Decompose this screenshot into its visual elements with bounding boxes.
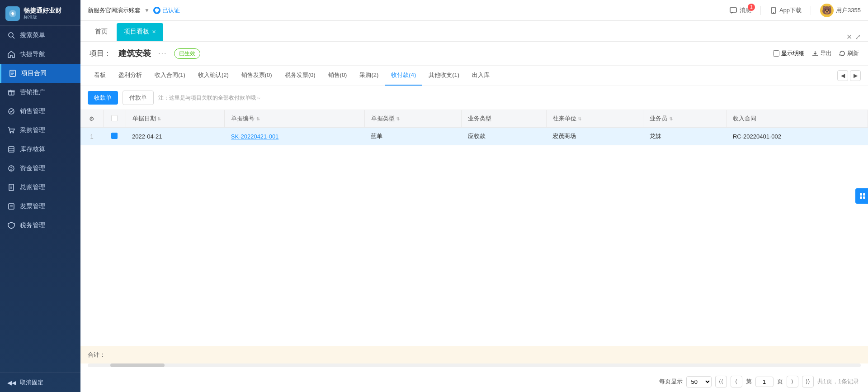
unpin-label: 取消固定 — [20, 378, 43, 387]
subtab-sales[interactable]: 销售(0) — [322, 66, 354, 86]
side-panel-tab[interactable] — [855, 188, 868, 204]
sidebar-item-inventory[interactable]: 库存核算 — [0, 140, 80, 159]
sort-date-icon[interactable]: ⇅ — [157, 116, 161, 121]
tab-project-board[interactable]: 项目看板 ✕ — [117, 23, 163, 41]
next-page-button[interactable]: ⟩ — [787, 376, 798, 387]
sort-salesperson-icon[interactable]: ⇅ — [669, 116, 673, 121]
sidebar-item-ledger[interactable]: 总账管理 — [0, 178, 80, 197]
col-number: 单据编号 ⇅ — [225, 110, 364, 128]
sidebar-item-tax[interactable]: 税务管理 — [0, 216, 80, 235]
sidebar-item-purchase[interactable]: 采购管理 — [0, 121, 80, 140]
row-number[interactable]: SK-20220421-001 — [225, 128, 364, 145]
sidebar-item-fund[interactable]: 资金管理 — [0, 159, 80, 178]
col-gear[interactable]: ⚙ — [80, 110, 103, 128]
page-number-input[interactable] — [755, 377, 774, 387]
export-icon — [812, 50, 818, 57]
sort-party-icon[interactable]: ⇅ — [578, 116, 581, 121]
refresh-icon — [839, 50, 845, 57]
sidebar-item-label: 快捷导航 — [20, 50, 45, 58]
purchase-icon — [7, 126, 15, 134]
horizontal-scrollbar[interactable] — [88, 363, 861, 367]
messages-badge: 1 — [748, 4, 755, 11]
row-checkbox[interactable] — [103, 128, 126, 145]
app-download-label: App下载 — [779, 6, 802, 14]
tab-close-icon[interactable]: ✕ — [152, 29, 156, 35]
account-name: 新服务官网演示账套 — [88, 6, 141, 14]
pagination-total: 共1页，1条记录 — [817, 378, 859, 386]
subtab-receipts[interactable]: 收付款(4) — [385, 66, 422, 86]
subtab-prev-button[interactable]: ◀ — [837, 70, 848, 81]
divider2 — [811, 6, 811, 15]
tabbar: 首页 项目看板 ✕ ✕ ⤢ — [80, 21, 868, 42]
svg-point-24 — [773, 12, 774, 13]
project-more-button[interactable]: ··· — [158, 49, 167, 57]
search-menu-icon — [7, 31, 15, 39]
cert-label: 已认证 — [162, 6, 180, 14]
sidebar-nav: 搜索菜单 快捷导航 项目合同 — [0, 26, 80, 373]
svg-point-11 — [10, 132, 11, 134]
sidebar-item-search[interactable]: 搜索菜单 — [0, 26, 80, 45]
logo-title: 畅捷通好业财 — [24, 7, 61, 14]
side-panel-icon — [859, 193, 866, 199]
row-index: 1 — [80, 128, 103, 145]
subtab-other-exp[interactable]: 其他收支(1) — [422, 66, 466, 86]
phone-icon — [770, 7, 777, 14]
sidebar: 畅捷通好业财 标准版 搜索菜单 快捷导航 — [0, 0, 80, 392]
contract-icon — [9, 69, 17, 77]
account-dropdown-icon[interactable]: ▼ — [144, 7, 150, 14]
sidebar-unpin-button[interactable]: ◀◀ 取消固定 — [0, 373, 80, 392]
sidebar-item-quick-nav[interactable]: 快捷导航 — [0, 45, 80, 64]
settings-icon[interactable]: ⚙ — [89, 115, 94, 122]
show-detail-checkbox[interactable]: 显示明细 — [773, 49, 805, 57]
tab-home[interactable]: 首页 — [88, 23, 115, 41]
message-icon — [729, 6, 737, 14]
per-page-select[interactable]: 50 100 200 — [686, 376, 712, 387]
sidebar-item-label: 库存核算 — [20, 145, 45, 153]
subtab-income-contract[interactable]: 收入合同(1) — [148, 66, 192, 86]
subtab-next-button[interactable]: ▶ — [850, 70, 861, 81]
window-close-button[interactable]: ✕ — [846, 33, 852, 41]
sidebar-item-project-contract[interactable]: 项目合同 — [0, 64, 80, 83]
sort-type-icon[interactable]: ⇅ — [396, 116, 400, 121]
tab-project-board-label: 项目看板 — [124, 28, 149, 36]
subtab-purchase[interactable]: 采购(2) — [353, 66, 385, 86]
pagination: 每页显示 50 100 200 ⟨⟨ ⟨ 第 页 ⟩ ⟩⟩ 共1页，1条记录 — [80, 371, 868, 392]
sidebar-item-sales[interactable]: 销售管理 — [0, 102, 80, 121]
export-button[interactable]: 导出 — [812, 49, 832, 57]
subtab-sales-invoice[interactable]: 销售发票(0) — [235, 66, 278, 86]
subtab-income-confirm[interactable]: 收入确认(2) — [192, 66, 235, 86]
messages-button[interactable]: 消息 1 — [729, 6, 751, 14]
subtab-stock-in-out[interactable]: 出入库 — [466, 66, 496, 86]
project-title: 建筑安装 — [118, 48, 151, 59]
window-maximize-button[interactable]: ⤢ — [855, 33, 861, 41]
scrollbar-thumb[interactable] — [110, 363, 165, 367]
subtab-profit[interactable]: 盈利分析 — [112, 66, 148, 86]
summary-label: 合计： — [88, 351, 105, 358]
sidebar-item-invoice[interactable]: 发票管理 — [0, 197, 80, 216]
subtabs: 看板 盈利分析 收入合同(1) 收入确认(2) 销售发票(0) 税务发票(0) … — [80, 66, 868, 86]
sidebar-item-marketing[interactable]: 营销推广 — [0, 83, 80, 102]
prev-page-button[interactable]: ⟨ — [731, 376, 742, 387]
first-page-button[interactable]: ⟨⟨ — [715, 376, 727, 387]
user-menu[interactable]: 🐻 用户3355 — [820, 4, 861, 17]
payment-bill-button[interactable]: 付款单 — [123, 91, 154, 105]
row-party: 宏茂商场 — [546, 128, 643, 145]
unpin-icon: ◀◀ — [7, 379, 16, 386]
main-area: 新服务官网演示账套 ▼ 已认证 消息 1 — [80, 0, 868, 392]
show-detail-input[interactable] — [773, 50, 779, 57]
select-all-checkbox[interactable] — [111, 115, 118, 121]
export-label: 导出 — [820, 49, 832, 57]
sidebar-item-label: 销售管理 — [20, 107, 45, 115]
sort-number-icon[interactable]: ⇅ — [256, 116, 260, 121]
subtab-kanban[interactable]: 看板 — [88, 66, 112, 86]
refresh-button[interactable]: 刷新 — [839, 49, 859, 57]
gift-icon — [7, 88, 15, 96]
app-download-button[interactable]: App下载 — [770, 6, 802, 14]
content-area: 项目： 建筑安装 ··· 已生效 显示明细 导出 — [80, 42, 868, 392]
table-row[interactable]: 1 2022-04-21 SK-20220421-001 蓝单 应收款 宏茂商场… — [80, 128, 868, 145]
sidebar-item-label: 项目合同 — [21, 69, 47, 77]
logo-icon — [5, 6, 20, 21]
subtab-tax-invoice[interactable]: 税务发票(0) — [278, 66, 322, 86]
receipt-bill-button[interactable]: 收款单 — [88, 91, 118, 105]
last-page-button[interactable]: ⟩⟩ — [802, 376, 814, 387]
